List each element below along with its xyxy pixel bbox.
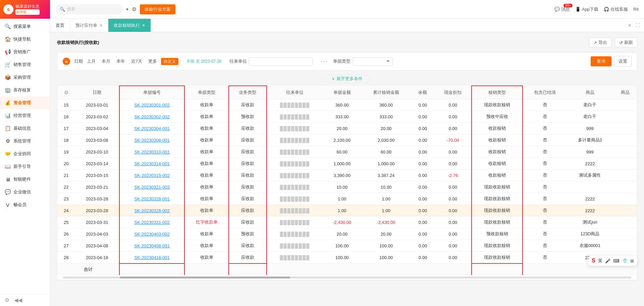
filter-custom-btn[interactable]: 自定义 [161,58,178,65]
filter-last-month[interactable]: 上月 [85,57,98,65]
sidebar-label-guide: 新手引导 [13,164,31,170]
dropdown-arrow[interactable]: ▾ [126,7,128,12]
cell-write-off-amount: 10.00 [361,181,411,193]
cell-goods: 多计量商品2 [567,134,613,146]
order-link[interactable]: SK-20230328-002 [134,208,170,213]
filter-more[interactable]: 更多 [146,57,159,65]
cell-no: 24 [57,205,75,217]
tab-home[interactable]: 首页 [50,19,70,32]
keyboard-icon[interactable]: ⌨ [613,258,620,263]
order-link[interactable]: SK-20230315-002 [134,173,170,178]
collapse-icon[interactable]: ◀◀ [14,297,22,303]
cell-order-no: SK-20230418-001 [119,252,184,264]
cell-counterparty: ████████ [267,228,323,240]
settings-icon[interactable]: ⚙ [5,297,9,303]
sidebar-item-quick-nav[interactable]: 🏠 快捷导航 [0,33,50,46]
cell-order-no: SK-20230408-001 [119,240,184,252]
order-link[interactable]: SK-20230301-002 [134,103,170,108]
sidebar-item-member[interactable]: V 畅会员 [0,198,50,211]
sidebar-item-sales[interactable]: 🛒 销售管理 [0,58,50,71]
cell-include-settled: 否 [523,158,567,170]
sidebar-label-quick-nav: 快捷导航 [13,36,31,42]
sidebar-item-hardware[interactable]: 🖥 智能硬件 [0,173,50,186]
table-scrollbar[interactable] [63,277,632,279]
cell-goods2 [613,181,637,193]
cell-bill-type: 收款单 [184,134,229,146]
filter-this-month[interactable]: 本月 [100,57,112,65]
order-link[interactable]: SK-20230304-001 [134,126,170,131]
expand-more-btn[interactable]: ∨ 展开更多条件 [325,74,369,83]
user-name[interactable]: Rit [633,7,639,12]
sidebar-label-enterprise: 企业协同 [13,151,31,157]
cell-write-off-type: 预收中应收 [472,111,523,123]
mic-icon[interactable]: 🎤 [605,258,610,263]
content: 收款核销执行(按收款) ↗ 导出 ↺ 刷新 » 日期 上月 本月 本年 近7天 [50,32,644,306]
tab-expand-icon[interactable]: ⛶ [636,23,640,28]
cell-bill-type: 收款单 [184,252,229,264]
cell-include-settled: 否 [523,240,567,252]
cell-counterparty: ████████ [267,240,323,252]
industry-btn[interactable]: 体验行业方案 [140,4,175,14]
cell-goods: 老白干 [567,99,613,111]
cell-write-off-amount: 1.00 [361,205,411,217]
cell-balance: 0.00 [411,111,435,123]
cell-balance: 0.00 [411,99,435,111]
sidebar-icon-hardware: 🖥 [5,176,11,182]
sidebar-item-search-menu[interactable]: 🔍 搜索菜单 [0,20,50,33]
order-link[interactable]: SK-20230328-001 [134,196,170,201]
cell-write-off-amount: -2,430.00 [361,217,411,228]
cell-date: 2023-04-08 [75,240,119,252]
order-link[interactable]: SK-20230310-001 [134,149,170,155]
sidebar-item-marketing[interactable]: 📢 营销推广 [0,46,50,58]
sidebar-item-basic[interactable]: 📋 基础信息 [0,122,50,135]
query-btn[interactable]: 查询 [591,56,611,66]
export-btn[interactable]: ↗ 导出 [589,38,611,48]
tab-prepay-close[interactable]: ✕ [99,23,103,28]
order-link[interactable]: SK-20230408-001 [134,243,170,248]
cell-write-off-amount: 1.00 [361,193,411,205]
filter-expand-btn[interactable]: » [63,58,70,65]
th-bill-type: 单据类型 [184,86,229,99]
search-box[interactable]: 🔍 搜索 [56,4,123,15]
sidebar-item-purchase[interactable]: 📦 采购管理 [0,71,50,84]
filter-billtype-select[interactable]: 收款单 红字收款单 [353,57,393,66]
message-btn[interactable]: 💬 消息 99+ [554,6,570,12]
filter-7days[interactable]: 近7天 [129,57,144,65]
order-link[interactable]: SK-20230308-001 [134,138,170,143]
order-link[interactable]: SK-20230403-002 [134,232,170,237]
sidebar-item-wechat[interactable]: 💬 企业微信 [0,186,50,198]
order-link[interactable]: SK-20230418-001 [134,255,170,260]
sidebar-item-inventory[interactable]: 🏢 库存核算 [0,84,50,97]
skin-icon[interactable]: 👕 [622,258,628,263]
filter-counterparty-input[interactable] [249,57,313,66]
page-title-actions: ↗ 导出 ↺ 刷新 [589,38,637,48]
sidebar-item-operations[interactable]: 📊 经营管理 [0,109,50,122]
sidebar-item-system[interactable]: ⚙ 系统管理 [0,135,50,147]
filter-this-year[interactable]: 本年 [114,57,127,65]
tab-collection[interactable]: 收款核销执行 ✕ [108,19,151,32]
tab-collection-close[interactable]: ✕ [142,23,145,28]
sidebar-item-guide[interactable]: 📖 新手引导 [0,160,50,173]
cell-write-off-type: 现款收款核销 [472,217,523,228]
sidebar-item-enterprise[interactable]: 🤝 企业协同 [0,147,50,160]
order-link[interactable]: SK-20230314-001 [134,161,170,166]
cell-no: 23 [57,193,75,205]
tab-prepay[interactable]: 预计应付单 ✕ [70,19,108,32]
refresh-btn[interactable]: ↺ 刷新 [615,38,637,48]
online-service-btn[interactable]: 🎧 在线客服 [604,6,628,12]
cell-counterparty: ████████ [267,205,323,217]
th-gear[interactable]: ⚙ [57,86,75,99]
sidebar-item-capital[interactable]: 💰 资金管理 [0,97,50,109]
tab-close-all-icon[interactable]: ✕ [628,23,632,28]
topbar-gear-icon[interactable]: ⚙ [132,6,137,12]
grid-icon[interactable]: ⊞ [630,258,634,263]
filter-billtype-label: 单据类型 [333,58,351,64]
cell-write-off-type: 现款收款核销 [472,252,523,264]
order-link[interactable]: SK-20230331-002 [134,220,170,225]
app-download-btn[interactable]: 📱 App下载 [575,6,598,12]
cell-write-off-amount: 20.00 [361,123,411,134]
cell-no: 19 [57,146,75,158]
order-link[interactable]: SK-20230321-003 [134,185,170,190]
order-link[interactable]: SK-20230302-002 [134,114,170,119]
filter-settings-btn[interactable]: 设置 [614,56,632,67]
